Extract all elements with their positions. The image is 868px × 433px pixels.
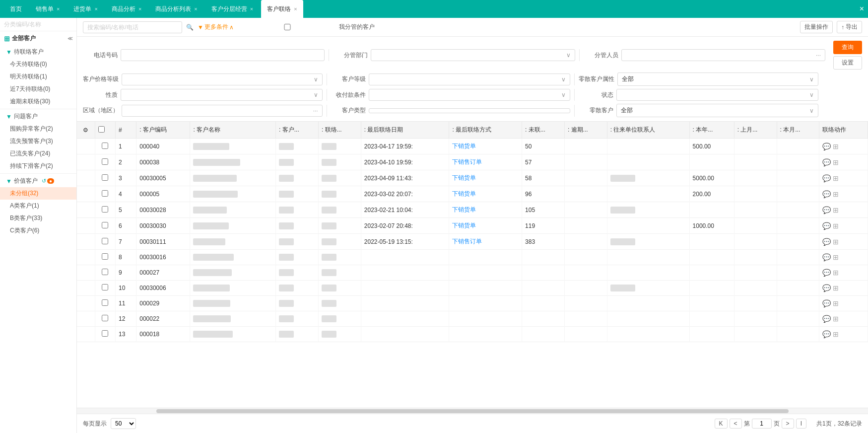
- cell-checkbox[interactable]: [95, 296, 116, 311]
- grid-icon[interactable]: ⊞: [833, 174, 839, 182]
- row-checkbox[interactable]: [102, 299, 108, 306]
- chat-icon[interactable]: 💬: [822, 284, 831, 292]
- cell-checkbox[interactable]: [95, 311, 116, 327]
- grid-icon[interactable]: ⊞: [833, 143, 839, 150]
- more-conditions-btn[interactable]: ▼ 更多条件 ∧: [198, 23, 234, 31]
- cell-checkbox[interactable]: [95, 281, 116, 296]
- horizontal-scrollbar[interactable]: [77, 408, 868, 414]
- refresh-icon[interactable]: ↺: [42, 178, 46, 184]
- grid-icon[interactable]: ⊞: [833, 330, 839, 338]
- grid-icon[interactable]: ⊞: [833, 158, 839, 166]
- filter-sparse-customer-select[interactable]: 全部 ∨: [616, 104, 818, 117]
- nav-analysis[interactable]: 商品分析 ×: [106, 0, 147, 18]
- contact-method-link[interactable]: 下销货单: [452, 174, 476, 181]
- my-customers-checkbox[interactable]: 我分管的客户: [238, 23, 375, 31]
- contact-method-link[interactable]: 下销货单: [452, 190, 476, 197]
- filter-customer-level-select[interactable]: ∨: [369, 73, 571, 85]
- sidebar-item-unclassified[interactable]: 未分组(32): [0, 187, 76, 200]
- row-checkbox[interactable]: [102, 269, 108, 275]
- nav-analysis-close[interactable]: ×: [138, 6, 141, 12]
- chat-icon[interactable]: 💬: [822, 238, 831, 246]
- filter-sparse-attr-select[interactable]: 全部 ∨: [617, 72, 818, 86]
- export-btn[interactable]: ↑ 导出: [837, 21, 862, 33]
- sidebar-all-customers[interactable]: ⊞ 全部客户 ≪: [0, 31, 76, 46]
- sidebar-group-pending[interactable]: ▼ 待联络客户: [0, 46, 76, 58]
- page-number-input[interactable]: [752, 419, 772, 429]
- window-close-icon[interactable]: ×: [860, 4, 864, 13]
- nav-customer-mgr[interactable]: 客户分层经营 ×: [205, 0, 259, 18]
- cell-last-contact-method[interactable]: 下销售订单: [449, 154, 522, 170]
- filter-payment-select[interactable]: ∨: [369, 89, 571, 101]
- prev-page-btn[interactable]: <: [730, 419, 742, 429]
- row-checkbox[interactable]: [102, 238, 108, 244]
- grid-icon[interactable]: ⊞: [833, 253, 839, 261]
- next-page-btn[interactable]: >: [782, 419, 794, 429]
- cell-checkbox[interactable]: [95, 327, 116, 342]
- row-checkbox[interactable]: [102, 330, 108, 337]
- cell-checkbox[interactable]: [95, 265, 116, 281]
- sidebar-item-today[interactable]: 今天待联络(0): [0, 58, 76, 71]
- search-icon[interactable]: 🔍: [186, 24, 194, 31]
- col-settings[interactable]: ⚙: [77, 122, 95, 139]
- row-checkbox[interactable]: [102, 284, 108, 290]
- col-checkbox[interactable]: [95, 122, 116, 139]
- my-customers-check[interactable]: [238, 24, 337, 30]
- sidebar-item-b-class[interactable]: B类客户(33): [0, 212, 76, 224]
- nav-sales-close[interactable]: ×: [57, 6, 60, 12]
- scrollbar-thumb[interactable]: [156, 409, 789, 413]
- chat-icon[interactable]: 💬: [822, 269, 831, 277]
- row-checkbox[interactable]: [102, 315, 108, 321]
- chat-icon[interactable]: 💬: [822, 206, 831, 214]
- last-page-btn[interactable]: I: [796, 419, 806, 429]
- nav-home[interactable]: 首页: [4, 0, 28, 18]
- contact-method-link[interactable]: 下销货单: [452, 206, 476, 213]
- sidebar-item-a-class[interactable]: A类客户(1): [0, 200, 76, 212]
- chat-icon[interactable]: 💬: [822, 190, 831, 198]
- batch-operation-btn[interactable]: 批量操作: [800, 21, 833, 33]
- col-unit-contact[interactable]: : 往来单位联系人: [607, 122, 689, 139]
- col-last-contact-date[interactable]: : 最后联络日期: [361, 122, 449, 139]
- first-page-btn[interactable]: K: [715, 419, 728, 429]
- select-all-checkbox[interactable]: [98, 126, 105, 133]
- filter-region-select[interactable]: ···: [122, 105, 323, 117]
- cell-checkbox[interactable]: [95, 202, 116, 218]
- nav-customer-mgr-close[interactable]: ×: [250, 6, 253, 12]
- sidebar-group-problem[interactable]: ▼ 问题客户: [0, 110, 76, 123]
- filter-manager-select[interactable]: ···: [621, 49, 825, 61]
- sidebar-item-abnormal[interactable]: 囤购异常客户(2): [0, 123, 76, 135]
- row-checkbox[interactable]: [102, 190, 108, 197]
- row-checkbox[interactable]: [102, 253, 108, 260]
- filter-phone-input[interactable]: [121, 49, 325, 61]
- sidebar-search-bar[interactable]: 🔍: [0, 18, 76, 31]
- nav-purchase-close[interactable]: ×: [94, 6, 97, 12]
- col-this-year[interactable]: : 本年...: [689, 122, 734, 139]
- col-name[interactable]: : 客户名称: [190, 122, 276, 139]
- grid-icon[interactable]: ⊞: [833, 269, 839, 277]
- chat-icon[interactable]: 💬: [822, 158, 831, 166]
- row-checkbox[interactable]: [102, 222, 108, 228]
- cell-checkbox[interactable]: [95, 154, 116, 170]
- chat-icon[interactable]: 💬: [822, 299, 831, 307]
- cell-last-contact-method[interactable]: 下销售订单: [449, 234, 522, 250]
- nav-sales[interactable]: 销售单 ×: [30, 0, 66, 18]
- cell-last-contact-method[interactable]: 下销货单: [449, 218, 522, 234]
- sidebar-item-declining[interactable]: 持续下滑客户(2): [0, 160, 76, 172]
- filter-price-level-select[interactable]: ∨: [122, 73, 323, 85]
- col-last-month[interactable]: : 上月...: [734, 122, 777, 139]
- sidebar-item-churn-warning[interactable]: 流失预警客户(3): [0, 135, 76, 147]
- col-overdue[interactable]: : 逾期...: [564, 122, 607, 139]
- filter-nature-select[interactable]: ∨: [121, 89, 323, 101]
- col-type[interactable]: : 客户...: [276, 122, 319, 139]
- reset-btn[interactable]: 设置: [833, 56, 862, 70]
- cell-checkbox[interactable]: [95, 186, 116, 202]
- grid-icon[interactable]: ⊞: [833, 299, 839, 307]
- chat-icon[interactable]: 💬: [822, 315, 831, 323]
- nav-analysis-list-close[interactable]: ×: [194, 6, 197, 12]
- row-checkbox[interactable]: [102, 143, 108, 149]
- sidebar-search-input[interactable]: [4, 21, 77, 28]
- cell-checkbox[interactable]: [95, 139, 116, 154]
- chat-icon[interactable]: 💬: [822, 174, 831, 182]
- chat-icon[interactable]: 💬: [822, 253, 831, 261]
- grid-icon[interactable]: ⊞: [833, 238, 839, 246]
- query-btn[interactable]: 查询: [833, 41, 862, 54]
